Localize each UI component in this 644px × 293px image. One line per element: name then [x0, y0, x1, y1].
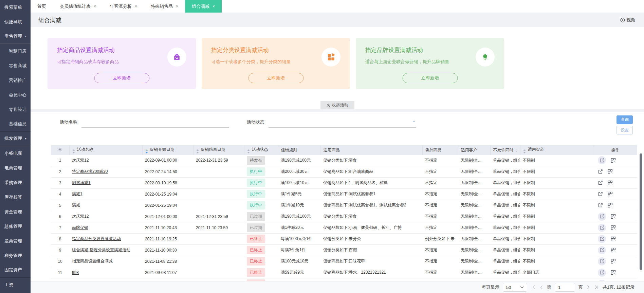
activity-name-link[interactable]: 指定商品分类设置满减活动	[72, 236, 121, 241]
qr-grid-icon[interactable]	[608, 180, 613, 185]
channel-cell: 不限制	[520, 222, 593, 233]
query-button[interactable]: 查询	[617, 115, 633, 124]
tab[interactable]: 首页	[31, 0, 53, 13]
export-icon[interactable]	[598, 180, 603, 185]
activity-name-link[interactable]: 欢庆双12	[72, 214, 89, 219]
sidebar-item[interactable]: 小畅电商	[0, 146, 31, 161]
export-icon[interactable]	[598, 191, 603, 197]
export-icon[interactable]	[598, 169, 603, 174]
sidebar-item[interactable]: 零售统计	[0, 102, 31, 117]
settings-button[interactable]: 设置	[617, 126, 633, 134]
qr-grid-icon[interactable]	[608, 169, 613, 174]
first-page-icon[interactable]	[531, 285, 536, 289]
collapse-activities-button[interactable]: 收起活动	[320, 101, 354, 109]
sidebar-item[interactable]: 电商管理	[0, 161, 31, 175]
sidebar-item[interactable]: 零售管理 ▲	[0, 29, 31, 44]
sidebar-item[interactable]: 快捷导航	[0, 15, 31, 29]
col-start-date[interactable]: 促销开始日期	[142, 145, 193, 155]
per-page-select[interactable]: 50	[503, 283, 527, 292]
scrollbar-thumb[interactable]	[640, 153, 642, 270]
sidebar-item[interactable]: 营销推广	[0, 73, 31, 88]
qr-grid-icon[interactable]	[611, 236, 616, 241]
activity-name-link[interactable]: 满减	[72, 203, 80, 207]
qr-grid-icon[interactable]	[608, 191, 613, 197]
activity-name-link[interactable]: 品牌促销	[72, 225, 88, 230]
activity-name-link[interactable]: 998	[72, 270, 79, 275]
export-icon[interactable]	[598, 224, 606, 232]
qr-grid-icon[interactable]	[611, 158, 616, 163]
add-now-button[interactable]: 立即新增	[94, 73, 149, 83]
activity-name-input[interactable]	[81, 119, 229, 128]
close-icon[interactable]: ×	[176, 4, 178, 9]
sidebar-item[interactable]: 库存核算	[0, 190, 31, 204]
export-icon[interactable]	[598, 156, 606, 164]
qr-grid-icon[interactable]	[611, 248, 616, 253]
activity-status-select[interactable]	[269, 119, 416, 128]
export-icon[interactable]	[598, 269, 606, 277]
col-channel[interactable]: 适用渠道	[520, 145, 593, 155]
products-cell: 促销商品如下:测试优惠套餐1、测试优惠套餐2	[320, 200, 422, 211]
export-icon[interactable]	[598, 203, 603, 208]
qr-grid-icon[interactable]	[611, 270, 616, 275]
chevron-down-icon[interactable]: ⌄	[412, 118, 416, 123]
customer-cell: 无限制/全...	[458, 244, 490, 256]
add-now-button[interactable]: 立即新增	[402, 73, 458, 83]
qr-grid-icon[interactable]	[608, 203, 613, 208]
tab[interactable]: 年客流分析 ×	[103, 0, 144, 13]
sidebar-item[interactable]: 总账管理	[0, 219, 31, 234]
sidebar-item[interactable]: 税务管理	[0, 248, 31, 263]
export-icon[interactable]	[598, 246, 606, 254]
channel-cell: 不限制	[520, 200, 593, 211]
sidebar-item[interactable]: 智慧门店	[0, 44, 31, 58]
channel-cell: 不限制	[520, 188, 593, 200]
export-icon[interactable]	[598, 235, 606, 243]
end-date-cell	[193, 256, 244, 267]
sidebar-item[interactable]: 搜索菜单	[0, 0, 31, 15]
close-icon[interactable]: ×	[94, 4, 96, 9]
sidebar-item[interactable]: 批发管理 ▼	[0, 131, 31, 146]
activity-name-link[interactable]: 满减1	[72, 191, 82, 196]
sidebar-item[interactable]: 资金管理	[0, 204, 31, 219]
table-row: 1 欢庆双12 2022-09-01 00:00 2022-12-31 23:5…	[51, 155, 637, 166]
sidebar-item[interactable]: 发票管理	[0, 234, 31, 248]
table-row: 2 特定商品满200减30 2022-07-24 14:50 执行中 满200元…	[51, 166, 637, 177]
customer-cell: 无限制/全...	[458, 256, 490, 267]
tab[interactable]: 会员储值统计表 ×	[53, 0, 103, 13]
col-status[interactable]: 活动状态	[244, 145, 278, 155]
qr-grid-icon[interactable]	[611, 214, 616, 219]
qr-grid-icon[interactable]	[611, 225, 616, 230]
close-icon[interactable]: ×	[135, 4, 137, 9]
activity-name-link[interactable]: 组合满减-指定分类设置满减活动	[72, 248, 130, 252]
sidebar-item[interactable]: 采购管理	[0, 175, 31, 190]
add-now-button[interactable]: 立即新增	[248, 73, 303, 83]
mutex-cell: 单品促销，组合	[490, 256, 520, 267]
activity-name-link[interactable]: 特定商品满200减30	[72, 169, 108, 174]
qr-grid-icon[interactable]	[611, 259, 616, 264]
export-icon[interactable]	[598, 257, 606, 265]
col-activity-name[interactable]: 活动名称	[69, 145, 142, 155]
prev-page-icon[interactable]	[540, 285, 543, 289]
activity-name-link[interactable]: 欢庆双12	[72, 158, 89, 163]
sidebar-item[interactable]: 会员中心	[0, 88, 31, 102]
next-page-icon[interactable]	[587, 285, 590, 289]
export-icon[interactable]	[598, 213, 606, 221]
sidebar-item[interactable]: 固定资产	[0, 263, 31, 277]
double-chevron-up-icon	[327, 104, 330, 107]
rule-cell: 满59元减9元	[278, 267, 320, 278]
sidebar-item[interactable]: 基础信息	[0, 117, 31, 131]
tab[interactable]: 组合满减 ×	[185, 0, 222, 13]
sidebar-item[interactable]: 工资	[0, 277, 31, 292]
sidebar-item[interactable]: 零售商城	[0, 58, 31, 73]
activity-name-link[interactable]: 指定商品设置组合满减	[72, 259, 113, 263]
close-icon[interactable]: ×	[213, 4, 215, 9]
page-number-input[interactable]: 1	[555, 283, 575, 292]
tab[interactable]: 特殊销售品 ×	[144, 0, 185, 13]
start-date-cell: 2022-01-25 19:04	[142, 188, 193, 200]
last-page-icon[interactable]	[594, 285, 599, 289]
row-number: 2	[51, 166, 69, 177]
activity-name-link[interactable]: 测试满减1	[72, 180, 91, 185]
col-end-date[interactable]: 促销结束日期	[193, 145, 244, 155]
video-help-link[interactable]: 视频	[620, 17, 635, 23]
products-cell: 促销分类如下:未分类	[320, 233, 422, 244]
gear-icon[interactable]	[58, 147, 62, 152]
